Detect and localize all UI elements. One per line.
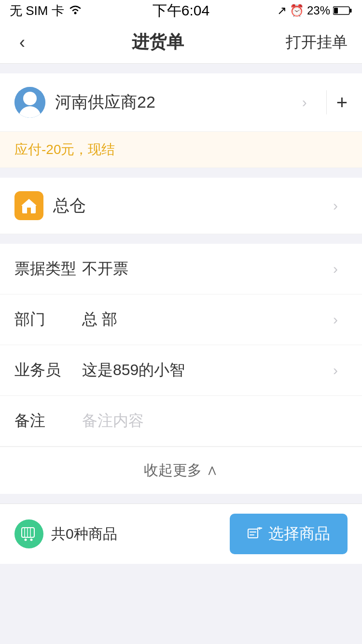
product-cart-icon [14, 519, 43, 548]
supplier-avatar [14, 87, 45, 118]
bottom-bar: 共0种商品 选择商品 [0, 504, 362, 564]
section-divider-4 [0, 494, 362, 504]
wifi-icon [68, 4, 83, 17]
carrier-label: 无 SIM 卡 [10, 2, 64, 19]
svg-point-12 [30, 539, 33, 541]
salesperson-label: 业务员 [14, 360, 82, 381]
add-supplier-button[interactable]: + [336, 92, 348, 113]
nav-bar: ‹ 进货单 打开挂单 [0, 21, 362, 64]
battery-label: 23% [307, 4, 330, 17]
main-content: 河南供应商22 › + 应付-20元，现结 总仓 › 票据类型 不开票 › [0, 64, 362, 644]
salesperson-chevron-icon: › [333, 362, 338, 378]
location-icon: ↗ [277, 4, 287, 17]
svg-marker-5 [21, 199, 37, 206]
invoice-type-label: 票据类型 [14, 258, 82, 280]
select-product-icon [247, 527, 263, 541]
select-product-button[interactable]: 选择商品 [230, 514, 348, 554]
collapse-button[interactable]: 收起更多 ∧ [0, 447, 362, 494]
status-bar: 无 SIM 卡 下午6:04 ↗ ⏰ 23% [0, 0, 362, 21]
section-divider-3 [0, 234, 362, 244]
svg-rect-7 [22, 528, 34, 537]
svg-rect-6 [27, 208, 31, 213]
department-chevron-icon: › [333, 311, 338, 328]
section-divider-2 [0, 168, 362, 178]
salesperson-value: 这是859的小智 [82, 360, 333, 381]
invoice-type-chevron-icon: › [333, 261, 338, 277]
department-row[interactable]: 部门 总 部 › [0, 294, 362, 345]
section-divider-top [0, 64, 362, 73]
svg-rect-13 [248, 529, 258, 538]
svg-rect-2 [350, 9, 352, 13]
invoice-type-value: 不开票 [82, 258, 333, 280]
status-left: 无 SIM 卡 [10, 2, 83, 19]
invoice-type-row[interactable]: 票据类型 不开票 › [0, 244, 362, 294]
department-label: 部门 [14, 309, 82, 330]
status-time: 下午6:04 [153, 1, 209, 21]
supplier-notice: 应付-20元，现结 [0, 132, 362, 168]
supplier-row[interactable]: 河南供应商22 › + [0, 73, 362, 132]
remark-input[interactable]: 备注内容 [82, 410, 348, 432]
nav-title: 进货单 [132, 30, 184, 54]
warehouse-icon [14, 191, 43, 220]
alarm-icon: ⏰ [290, 4, 304, 17]
supplier-section: 河南供应商22 › + 应付-20元，现结 [0, 73, 362, 168]
svg-point-11 [25, 539, 27, 541]
battery-icon [333, 6, 352, 15]
svg-point-0 [74, 12, 76, 14]
warehouse-name: 总仓 [53, 195, 333, 217]
back-button[interactable]: ‹ [14, 28, 30, 57]
remark-row[interactable]: 备注 备注内容 [0, 396, 362, 447]
avatar-icon [14, 87, 45, 118]
salesperson-row[interactable]: 业务员 这是859的小智 › [0, 345, 362, 396]
remaining-space [0, 564, 362, 644]
department-value: 总 部 [82, 309, 333, 330]
open-pending-button[interactable]: 打开挂单 [286, 32, 348, 53]
svg-rect-3 [334, 8, 338, 14]
supplier-chevron-icon: › [302, 94, 307, 111]
status-right: ↗ ⏰ 23% [277, 4, 352, 17]
warehouse-chevron-icon: › [333, 197, 338, 214]
warehouse-row[interactable]: 总仓 › [0, 178, 362, 234]
supplier-name: 河南供应商22 [55, 91, 302, 113]
form-section: 票据类型 不开票 › 部门 总 部 › 业务员 这是859的小智 › 备注 备注… [0, 244, 362, 494]
supplier-divider [326, 90, 327, 114]
product-count-text: 共0种商品 [51, 524, 117, 544]
select-product-label: 选择商品 [268, 523, 330, 545]
remark-label: 备注 [14, 410, 82, 432]
product-left: 共0种商品 [14, 519, 117, 548]
